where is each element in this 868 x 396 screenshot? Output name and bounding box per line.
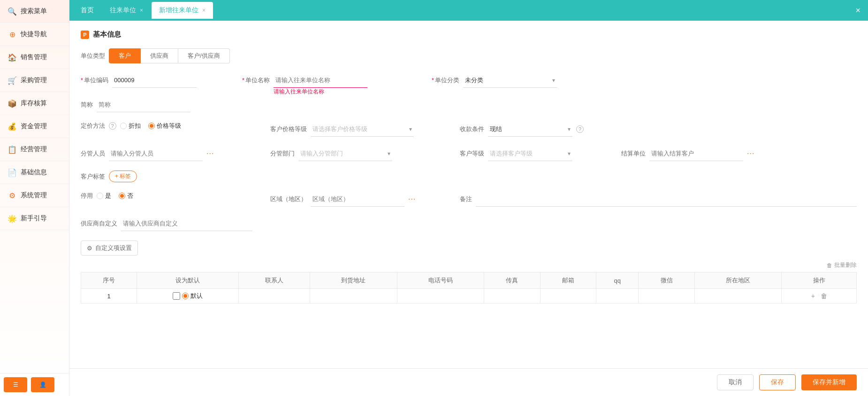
remark-group: 备注	[460, 192, 857, 207]
customer-tags-label: 客户标签	[81, 172, 105, 181]
cancel-button[interactable]: 取消	[717, 374, 754, 390]
sidebar-item-guide[interactable]: 🌟 新手引导	[0, 207, 69, 230]
section-icon: P	[81, 31, 89, 39]
row-default-radio[interactable]: 默认	[182, 292, 203, 300]
save-button[interactable]: 保存	[759, 374, 796, 390]
pricing-help-icon[interactable]: ?	[109, 122, 116, 130]
row-checkbox[interactable]	[173, 292, 180, 300]
sidebar-item-label: 采购管理	[21, 76, 47, 85]
unit-category-label: *单位分类	[432, 76, 459, 85]
unit-name-group: *单位名称 请输入往来单位名称	[242, 73, 420, 88]
section-header: P 基本信息	[81, 30, 857, 39]
system-icon: ⚙	[8, 191, 17, 200]
department-placeholder: 请输入分管部门	[300, 149, 343, 158]
basic-info-icon: 📄	[8, 168, 17, 177]
disabled-radio-group: 是 否	[97, 192, 133, 200]
col-header-default: 设为默认	[137, 272, 238, 289]
customer-level-select[interactable]: 请选择客户等级 ▾	[488, 146, 572, 161]
tab-new-partner-close[interactable]: ×	[202, 7, 206, 14]
settlement-unit-input[interactable]	[649, 146, 743, 161]
customize-settings-button[interactable]: ⚙ 自定义项设置	[81, 241, 138, 256]
contacts-table: 序号 设为默认 联系人 到货地址 电话号码 传真 邮箱 qq 微信 所在地区 操…	[81, 272, 857, 303]
sidebar-item-basic-info[interactable]: 📄 基础信息	[0, 161, 69, 184]
pricing-radio-price-level[interactable]: 价格等级	[148, 122, 181, 130]
add-tag-button[interactable]: + 标签	[109, 171, 137, 182]
table-toolbar: 🗑 批量删除	[81, 261, 857, 269]
unit-category-group: *单位分类 未分类 ▾	[432, 73, 582, 88]
unit-category-select[interactable]: 未分类 ▾	[463, 73, 557, 88]
sidebar-bottom-btn2[interactable]: 👤	[31, 377, 54, 392]
unit-type-btn-customer[interactable]: 客户	[109, 48, 141, 63]
tab-partners-close[interactable]: ×	[140, 7, 143, 14]
save-and-new-button[interactable]: 保存并新增	[801, 374, 857, 390]
remark-input[interactable]	[476, 192, 857, 207]
sidebar-bottom: ☰ 👤	[0, 373, 69, 396]
unit-code-input[interactable]	[112, 73, 197, 88]
sidebar-item-label: 搜索菜单	[21, 7, 47, 16]
payment-terms-select[interactable]: 现结 ▾	[488, 122, 572, 137]
sidebar-item-search[interactable]: 🔍 搜索菜单	[0, 0, 69, 23]
gear-icon: ⚙	[87, 245, 92, 252]
unit-type-btn-both[interactable]: 客户/供应商	[178, 48, 230, 63]
cell-seq: 1	[81, 289, 137, 303]
sidebar-item-inventory[interactable]: 📦 库存核算	[0, 92, 69, 115]
disabled-label: 停用	[81, 192, 93, 200]
settlement-dots[interactable]: ···	[747, 149, 754, 158]
sidebar-item-label: 销售管理	[21, 53, 47, 62]
tab-new-partner[interactable]: 新增往来单位 ×	[152, 2, 213, 19]
department-select[interactable]: 请输入分管部门 ▾	[298, 146, 392, 161]
batch-delete-icon: 🗑	[827, 262, 832, 269]
sidebar-item-label: 系统管理	[21, 191, 47, 200]
sidebar-item-finance[interactable]: 💰 资金管理	[0, 115, 69, 138]
supervisor-dots[interactable]: ···	[206, 149, 214, 158]
short-name-row: 简称	[81, 97, 857, 112]
col-header-action: 操作	[782, 272, 857, 289]
customer-price-level-label: 客户价格等级	[270, 125, 307, 133]
tab-partners[interactable]: 往来单位 ×	[102, 2, 151, 19]
guide-icon: 🌟	[8, 214, 17, 223]
tab-home[interactable]: 首页	[73, 2, 101, 19]
sidebar-bottom-btn1[interactable]: ☰	[4, 377, 27, 392]
unit-category-value: 未分类	[465, 76, 483, 85]
payment-terms-help-icon[interactable]: ?	[576, 125, 584, 133]
unit-name-input[interactable]	[274, 73, 367, 88]
sidebar-item-system[interactable]: ⚙ 系统管理	[0, 184, 69, 207]
short-name-input[interactable]	[97, 97, 190, 112]
table-row: 1 默认	[81, 289, 857, 303]
col-header-phone: 电话号码	[397, 272, 484, 289]
department-chevron: ▾	[388, 150, 390, 157]
close-all-button[interactable]: ×	[852, 4, 864, 17]
cell-phone	[397, 289, 484, 303]
sidebar-item-label: 资金管理	[21, 122, 47, 131]
sidebar-item-label: 基础信息	[21, 168, 47, 177]
sidebar-item-operations[interactable]: 📋 经营管理	[0, 138, 69, 161]
disabled-radio-no[interactable]: 否	[119, 192, 133, 200]
region-dots[interactable]: ···	[408, 195, 416, 203]
row-add-button[interactable]: +	[809, 292, 817, 300]
settlement-unit-label: 结算单位	[621, 149, 646, 158]
footer: 取消 保存 保存并新增	[69, 368, 868, 396]
cell-action: + 🗑	[782, 289, 857, 303]
row-default-radio-circle	[182, 293, 189, 299]
section-title: 基本信息	[93, 30, 121, 39]
row-delete-button[interactable]: 🗑	[819, 292, 829, 300]
disabled-radio-yes[interactable]: 是	[97, 192, 111, 200]
sidebar-item-purchase[interactable]: 🛒 采购管理	[0, 69, 69, 92]
sidebar-item-sales[interactable]: 🏠 销售管理	[0, 46, 69, 69]
supervisor-input[interactable]	[109, 146, 203, 161]
col-header-seq: 序号	[81, 272, 137, 289]
customer-price-level-select[interactable]: 请选择客户价格等级 ▾	[311, 122, 414, 137]
short-name-group: 简称	[81, 97, 231, 112]
batch-delete-button[interactable]: 🗑 批量删除	[827, 261, 857, 269]
supplier-custom-input[interactable]	[121, 216, 252, 231]
cell-wechat	[639, 289, 694, 303]
region-input[interactable]	[311, 192, 404, 207]
tabbar: 首页 往来单位 × 新增往来单位 × ×	[69, 0, 868, 21]
pricing-radio-discount[interactable]: 折扣	[120, 122, 141, 130]
sidebar-item-quick-nav[interactable]: ⊕ 快捷导航	[0, 23, 69, 46]
customer-price-level-group: 客户价格等级 请选择客户价格等级 ▾	[270, 122, 449, 137]
unit-type-btn-supplier[interactable]: 供应商	[141, 48, 178, 63]
customer-level-label: 客户等级	[460, 149, 484, 158]
customer-price-level-chevron: ▾	[409, 126, 412, 132]
col-header-wechat: 微信	[639, 272, 694, 289]
